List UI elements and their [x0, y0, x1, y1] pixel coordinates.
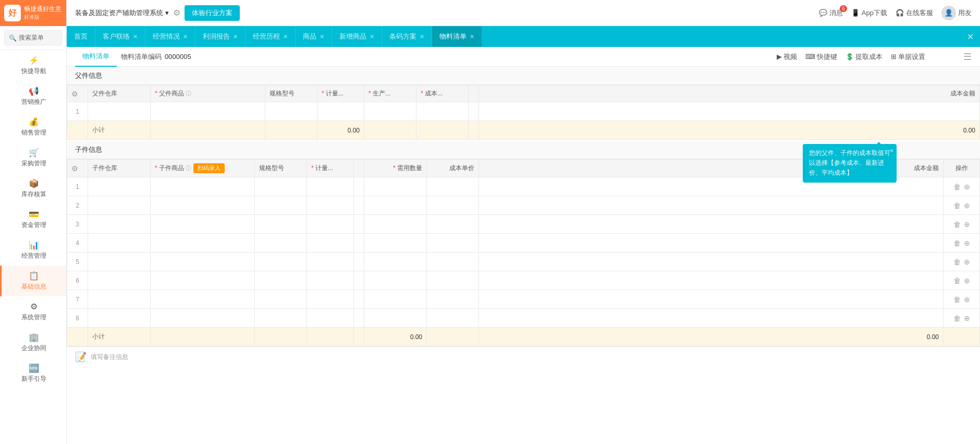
copy-icon[interactable]: ⊕ — [964, 183, 970, 191]
note-hint[interactable]: 填写备注信息 — [91, 353, 128, 362]
child-row-num-2: 2 — [67, 196, 88, 215]
child-row-2-unit-cost[interactable] — [427, 196, 479, 215]
tab-history-close[interactable]: ✕ — [283, 33, 288, 40]
child-row-1-warehouse[interactable] — [88, 177, 151, 196]
sidebar-item-marketing[interactable]: 📢 营销推广 — [0, 81, 66, 112]
parent-row-unit[interactable] — [317, 102, 364, 121]
sidebar-item-quick-nav[interactable]: ⚡ 快捷导航 — [0, 50, 66, 81]
tab-goods-close[interactable]: ✕ — [320, 33, 324, 40]
delete-icon[interactable]: 🗑 — [953, 220, 961, 229]
sidebar-item-basic-info[interactable]: 📋 基础信息 — [0, 266, 66, 296]
system-selector[interactable]: 装备及固定资产辅助管理系统 ▾ — [75, 8, 169, 18]
parent-row-produce[interactable] — [364, 102, 416, 121]
close-all-tabs[interactable]: ✕ — [961, 32, 980, 42]
child-row-2-goods[interactable] — [151, 196, 255, 215]
trial-button[interactable]: 体验行业方案 — [185, 5, 240, 21]
user-action[interactable]: 👤 用友 — [941, 6, 972, 20]
delete-icon[interactable]: 🗑 — [953, 314, 961, 322]
message-action[interactable]: 💬 消息 6 — [819, 8, 843, 18]
child-row-2-unit[interactable] — [307, 196, 354, 215]
child-row-2-quantity[interactable] — [364, 196, 427, 215]
child-settings-gear-icon[interactable]: ⚙ — [71, 164, 78, 173]
sidebar-item-operation[interactable]: 📊 经营管理 — [0, 235, 66, 266]
child-row-3-warehouse[interactable] — [88, 215, 151, 234]
sidebar-item-guide[interactable]: 🆕 新手引导 — [0, 358, 66, 389]
child-row-1-quantity[interactable] — [364, 177, 427, 196]
delete-icon[interactable]: 🗑 — [953, 183, 961, 191]
tab-add-goods[interactable]: 新增商品 ✕ — [332, 26, 382, 47]
delete-icon[interactable]: 🗑 — [953, 295, 961, 304]
parent-row-goods[interactable] — [151, 102, 265, 121]
tab-history[interactable]: 经营历程 ✕ — [246, 26, 296, 47]
child-row-3-spec[interactable] — [255, 215, 307, 234]
extract-cost-btn[interactable]: 💲 提取成本 — [846, 52, 883, 62]
delete-icon[interactable]: 🗑 — [953, 258, 961, 266]
tab-barcode-close[interactable]: ✕ — [420, 33, 424, 40]
marketing-icon: 📢 — [29, 86, 39, 96]
child-row-3-quantity[interactable] — [364, 215, 427, 234]
child-row-1-unit[interactable] — [307, 177, 354, 196]
delete-icon[interactable]: 🗑 — [953, 201, 961, 210]
tab-goods[interactable]: 商品 ✕ — [296, 26, 332, 47]
parent-row-warehouse[interactable] — [88, 102, 151, 121]
shortcut-btn[interactable]: ⌨ 快捷键 — [805, 52, 837, 62]
scan-input-btn[interactable]: 扫码录入 — [193, 163, 225, 173]
copy-icon[interactable]: ⊕ — [964, 201, 970, 210]
sidebar-item-sales[interactable]: 💰 销售管理 — [0, 112, 66, 142]
sidebar-item-finance[interactable]: 💳 资金管理 — [0, 204, 66, 235]
copy-icon[interactable]: ⊕ — [964, 295, 970, 304]
view-video-btn[interactable]: ▶ 视频 — [777, 52, 797, 62]
parent-settings-gear-icon[interactable]: ⚙ — [71, 90, 78, 98]
note-icon: 📝 — [75, 351, 87, 363]
parent-row-cost[interactable] — [416, 102, 469, 121]
message-badge: 6 — [840, 5, 847, 12]
copy-icon[interactable]: ⊕ — [964, 314, 970, 322]
tab-add-goods-close[interactable]: ✕ — [370, 33, 374, 40]
child-col-goods: * 子件商品 ⓘ 扫码录入 — [151, 160, 255, 177]
child-row-2-warehouse[interactable] — [88, 196, 151, 215]
tab-profit-close[interactable]: ✕ — [233, 33, 238, 40]
child-goods-info-icon[interactable]: ⓘ — [186, 165, 191, 171]
tab-barcode[interactable]: 条码方案 ✕ — [382, 26, 432, 47]
search-menu-button[interactable]: 🔍 搜索菜单 — [4, 30, 62, 45]
copy-icon[interactable]: ⊕ — [964, 258, 970, 266]
tab-operation-status[interactable]: 经营情况 ✕ — [145, 26, 195, 47]
sub-tab-bom-list[interactable]: 物料清单 — [75, 47, 117, 67]
sub-tab-bom-list-label: 物料清单 — [82, 52, 109, 61]
copy-icon[interactable]: ⊕ — [964, 277, 970, 285]
child-row-1-spec[interactable] — [255, 177, 307, 196]
expand-icon[interactable]: ☰ — [963, 51, 972, 63]
sidebar-item-system[interactable]: ⚙ 系统管理 — [0, 296, 66, 327]
tab-customer[interactable]: 客户联络 ✕ — [95, 26, 145, 47]
online-service-action[interactable]: 🎧 在线客服 — [896, 8, 933, 18]
copy-icon[interactable]: ⊕ — [964, 239, 970, 247]
tab-home[interactable]: 首页 — [67, 26, 95, 47]
parent-goods-info-icon[interactable]: ⓘ — [186, 90, 191, 97]
sidebar-item-inventory[interactable]: 📦 库存核算 — [0, 173, 66, 204]
tab-bom-close[interactable]: ✕ — [470, 33, 474, 40]
next-arrow[interactable]: › — [948, 53, 955, 61]
tab-operation-status-close[interactable]: ✕ — [183, 33, 188, 40]
tab-customer-close[interactable]: ✕ — [133, 33, 138, 40]
child-row-1-unit-cost[interactable] — [427, 177, 479, 196]
child-row-1-goods[interactable] — [151, 177, 255, 196]
child-row-3-unit[interactable] — [307, 215, 354, 234]
child-row-3-goods[interactable] — [151, 215, 255, 234]
gear-settings-icon[interactable]: ⚙ — [173, 8, 180, 18]
prev-arrow[interactable]: ‹ — [934, 53, 940, 61]
sidebar-item-enterprise[interactable]: 🏢 企业协同 — [0, 327, 66, 358]
child-subtotal-row: 小计 0.00 0.00 — [67, 328, 980, 346]
single-setting-btn[interactable]: ⊞ 单据设置 — [891, 52, 925, 62]
tab-history-label: 经营历程 — [253, 32, 280, 41]
delete-icon[interactable]: 🗑 — [953, 277, 961, 285]
app-download-action[interactable]: 📱 App下载 — [851, 8, 887, 18]
sidebar-item-purchase[interactable]: 🛒 采购管理 — [0, 142, 66, 173]
copy-icon[interactable]: ⊕ — [964, 220, 970, 229]
tooltip-close-btn[interactable]: × — [890, 146, 893, 156]
tab-profit[interactable]: 利润报告 ✕ — [195, 26, 246, 47]
tab-bom[interactable]: 物料清单 ✕ — [432, 26, 482, 47]
delete-icon[interactable]: 🗑 — [953, 239, 961, 247]
child-row-2-spec[interactable] — [255, 196, 307, 215]
child-row-3-unit-cost[interactable] — [427, 215, 479, 234]
parent-row-spec[interactable] — [265, 102, 317, 121]
